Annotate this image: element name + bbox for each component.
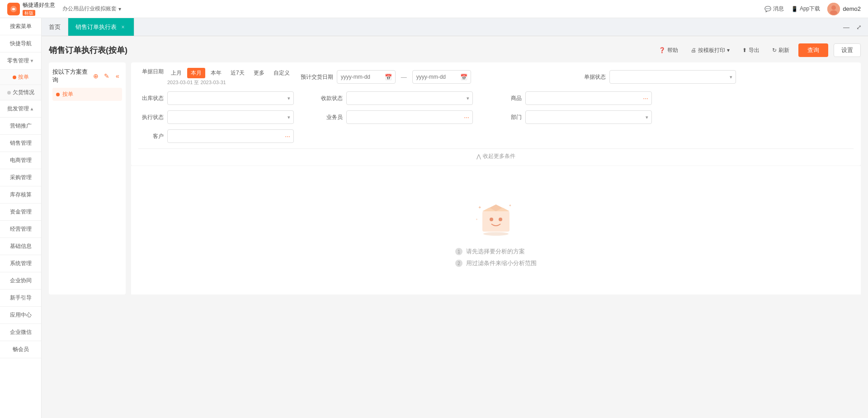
outstatus-select-wrap bbox=[167, 91, 294, 105]
tab-active[interactable]: 销售订单执行表 × bbox=[68, 18, 134, 36]
date-tab-last-month[interactable]: 上月 bbox=[167, 68, 185, 78]
goods-input-wrap: ··· bbox=[525, 91, 652, 105]
add-scheme-btn[interactable]: ⊕ bbox=[91, 71, 100, 81]
empty-state-content: ✦ ✦ ✦ 1 请先选择要分析的方案 bbox=[140, 193, 852, 267]
sidebar-sub-item-欠货情况[interactable]: 欠货情况 bbox=[0, 85, 41, 100]
tab-close-icon[interactable]: × bbox=[119, 24, 127, 31]
sidebar-item-finance[interactable]: 资金管理 bbox=[0, 204, 41, 221]
sidebar-item-marketing[interactable]: 营销推广 bbox=[0, 118, 41, 135]
user-info[interactable]: demo2 bbox=[827, 3, 861, 15]
empty-illustration: ✦ ✦ ✦ bbox=[473, 193, 519, 238]
sidebar-item-wechat[interactable]: 企业微信 bbox=[0, 324, 41, 341]
empty-hint-2: 2 用过滤条件来缩小分析范围 bbox=[455, 259, 537, 267]
tab-home[interactable]: 首页 bbox=[42, 18, 68, 36]
date-tab-this-year[interactable]: 本年 bbox=[207, 68, 225, 78]
message-btn[interactable]: 💬 消息 bbox=[764, 5, 784, 13]
staff-group: 业务员 ··· bbox=[317, 110, 489, 124]
staff-dots-icon[interactable]: ··· bbox=[464, 114, 469, 121]
status-select[interactable] bbox=[609, 70, 736, 84]
date-tab-more[interactable]: 更多 bbox=[250, 68, 268, 78]
refresh-icon: ↻ bbox=[772, 47, 777, 53]
execstatus-select[interactable] bbox=[167, 110, 294, 124]
tab-maximize-btn[interactable]: ⤢ bbox=[854, 22, 864, 33]
content-area: 首页 销售订单执行表 × — ⤢ 销售订单执行表(按单) ❓ bbox=[42, 18, 868, 418]
date-tab-this-month[interactable]: 本月 bbox=[187, 68, 205, 78]
sidebar-item-quicknav[interactable]: 快捷导航 bbox=[0, 35, 41, 52]
tab-minimize-btn[interactable]: — bbox=[841, 22, 852, 33]
sidebar-item-newbie[interactable]: 新手引导 bbox=[0, 290, 41, 307]
execstatus-label: 执行状态 bbox=[138, 114, 164, 121]
export-btn[interactable]: ⬆ 导出 bbox=[739, 45, 763, 56]
collapse-row: ⋀ 收起更多条件 bbox=[138, 148, 854, 160]
header-right: 💬 消息 📱 App下载 demo2 bbox=[764, 3, 861, 15]
refresh-btn[interactable]: ↻ 刷新 bbox=[769, 45, 793, 56]
sidebar-item-search[interactable]: 搜索菜单 bbox=[0, 18, 41, 35]
collapse-btn[interactable]: ⋀ 收起更多条件 bbox=[476, 152, 515, 160]
staff-input[interactable] bbox=[346, 110, 473, 124]
execstatus-group: 执行状态 bbox=[138, 110, 310, 124]
query-button[interactable]: 查询 bbox=[798, 43, 828, 57]
sidebar-item-inventory[interactable]: 库存核算 bbox=[0, 186, 41, 204]
expected-date-from-wrap: 📅 bbox=[337, 70, 396, 84]
receive-select[interactable] bbox=[346, 91, 473, 105]
sidebar-item-wholesale[interactable]: 批发管理 ▲ bbox=[0, 100, 41, 118]
help-btn[interactable]: ❓ 帮助 bbox=[655, 45, 682, 56]
scheme-item-按单[interactable]: 按单 bbox=[52, 88, 122, 101]
main-content-wrap: 按以下方案查询 ⊕ ✎ « bbox=[49, 62, 861, 294]
sidebar-item-appcenter[interactable]: 应用中心 bbox=[0, 307, 41, 324]
status-label: 单据状态 bbox=[580, 73, 606, 81]
goods-input[interactable] bbox=[525, 91, 652, 105]
date-tab-custom[interactable]: 自定义 bbox=[270, 68, 293, 78]
filter-section: 单据日期 上月 本月 本年 近7天 更多 bbox=[131, 62, 861, 166]
date-label: 单据日期 bbox=[138, 68, 164, 76]
scheme-panel: 按以下方案查询 ⊕ ✎ « bbox=[49, 62, 126, 294]
sidebar-sub-item-按单[interactable]: 按单 bbox=[0, 70, 41, 85]
print-template-btn[interactable]: 🖨 按模板打印 ▾ bbox=[687, 45, 733, 56]
sidebar-item-member[interactable]: 畅会员 bbox=[0, 341, 41, 358]
expected-date-to[interactable] bbox=[412, 70, 471, 84]
expected-date-from[interactable] bbox=[337, 70, 396, 84]
svg-point-10 bbox=[483, 232, 509, 236]
dropdown-arrow-icon: ▾ bbox=[118, 6, 121, 12]
main-layout: 搜索菜单 快捷导航 零售管理 ▼ 按单 欠货情况 批发管理 ▲ 营销推广 销售管… bbox=[0, 18, 868, 418]
message-icon: 💬 bbox=[764, 6, 771, 12]
svg-rect-4 bbox=[482, 211, 509, 232]
edit-icon: ✎ bbox=[104, 72, 109, 80]
status-select-wrap bbox=[609, 70, 736, 84]
expand-icon: ▲ bbox=[30, 106, 34, 111]
customer-input[interactable] bbox=[167, 129, 294, 143]
settings-button[interactable]: 设置 bbox=[834, 43, 861, 57]
dept-select[interactable] bbox=[525, 110, 652, 124]
inactive-dot-icon bbox=[7, 91, 11, 95]
svg-point-3 bbox=[830, 10, 837, 15]
sidebar-item-cooperation[interactable]: 企业协同 bbox=[0, 272, 41, 290]
sidebar-item-ecommerce[interactable]: 电商管理 bbox=[0, 152, 41, 169]
page-content: 销售订单执行表(按单) ❓ 帮助 🖨 按模板打印 ▾ ⬆ bbox=[42, 36, 868, 418]
empty-state: ✦ ✦ ✦ 1 请先选择要分析的方案 bbox=[131, 166, 861, 294]
sidebar-item-sales[interactable]: 销售管理 bbox=[0, 135, 41, 152]
sidebar-item-retail[interactable]: 零售管理 ▼ bbox=[0, 52, 41, 70]
goods-dots-icon[interactable]: ··· bbox=[643, 95, 648, 102]
customer-dots-icon[interactable]: ··· bbox=[285, 133, 290, 140]
outstatus-select[interactable] bbox=[167, 91, 294, 105]
sidebar-item-basicinfo[interactable]: 基础信息 bbox=[0, 238, 41, 255]
app-download-btn[interactable]: 📱 App下载 bbox=[791, 5, 820, 13]
sidebar-item-operations[interactable]: 经营管理 bbox=[0, 221, 41, 238]
username-label: demo2 bbox=[843, 5, 861, 12]
industry-selector[interactable]: 办公用品行业模拟账套 ▾ bbox=[59, 4, 125, 14]
date-tab-7days[interactable]: 近7天 bbox=[227, 68, 248, 78]
active-dot-icon bbox=[13, 76, 16, 79]
industry-label: 办公用品行业模拟账套 bbox=[62, 5, 117, 13]
page-actions: ❓ 帮助 🖨 按模板打印 ▾ ⬆ 导出 ↻ bbox=[655, 43, 861, 57]
scheme-actions: ⊕ ✎ « bbox=[91, 71, 122, 81]
hint-num-1: 1 bbox=[455, 248, 462, 255]
filter-body: 单据日期 上月 本月 本年 近7天 更多 bbox=[131, 62, 861, 166]
svg-text:✦: ✦ bbox=[509, 204, 512, 208]
collapse-scheme-btn[interactable]: « bbox=[113, 71, 122, 81]
tab-bar: 首页 销售订单执行表 × — ⤢ bbox=[42, 18, 868, 36]
edit-scheme-btn[interactable]: ✎ bbox=[102, 71, 111, 81]
outstatus-group: 出库状态 bbox=[138, 91, 310, 105]
sidebar-item-system[interactable]: 系统管理 bbox=[0, 255, 41, 272]
top-header: 畅捷通好生意 标版 办公用品行业模拟账套 ▾ 💬 消息 📱 App下载 bbox=[0, 0, 868, 18]
sidebar-item-purchase[interactable]: 采购管理 bbox=[0, 169, 41, 186]
